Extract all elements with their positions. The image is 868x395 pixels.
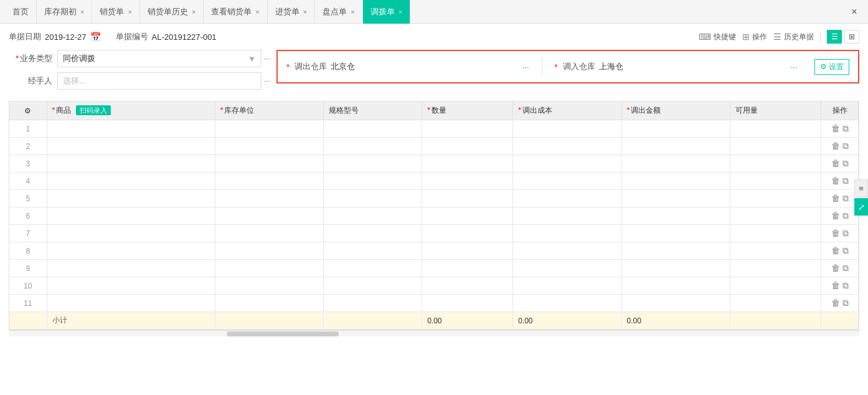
delete-row-button[interactable]: 🗑 xyxy=(831,245,840,256)
person-input[interactable]: 选择... xyxy=(57,72,262,90)
delete-row-button[interactable]: 🗑 xyxy=(831,280,840,291)
form-area: *业务类型 同价调拨 ▼ ··· 经手人 选择... ··· * 调出仓库 xyxy=(9,50,859,95)
row-num: 1 xyxy=(9,120,47,138)
table-header-row: ⚙ *商品 扫码录入 *库存单位 规格型号 *数量 *调出成本 xyxy=(9,102,859,120)
history-icon: ☰ xyxy=(773,32,781,42)
tab-sales-order[interactable]: 销货单 × xyxy=(92,0,139,24)
person-more[interactable]: ··· xyxy=(264,77,270,85)
copy-row-button[interactable]: ⧉ xyxy=(842,298,849,308)
history-button[interactable]: ☰ 历史单据 xyxy=(773,32,814,42)
product-table-container: ⚙ *商品 扫码录入 *库存单位 规格型号 *数量 *调出成本 xyxy=(9,101,859,330)
close-all-button[interactable]: × xyxy=(846,3,863,21)
delete-row-button[interactable]: 🗑 xyxy=(831,263,840,274)
row-op-buttons: 🗑 ⧉ xyxy=(826,123,853,134)
target-warehouse-more[interactable]: ··· xyxy=(790,62,797,72)
delete-row-button[interactable]: 🗑 xyxy=(831,123,840,134)
settings-button[interactable]: ⚙ 设置 xyxy=(814,59,849,75)
tab-inventory-init[interactable]: 库存期初 × xyxy=(37,0,92,24)
table-row: 10 🗑⧉ xyxy=(9,277,859,295)
copy-row-button[interactable]: ⧉ xyxy=(842,263,849,274)
tab-sales-history[interactable]: 销货单历史 × xyxy=(140,0,204,24)
delete-row-button[interactable]: 🗑 xyxy=(831,298,840,308)
operations-icon: ⊞ xyxy=(742,32,750,42)
delete-row-button[interactable]: 🗑 xyxy=(831,211,840,221)
copy-row-button[interactable]: ⧉ xyxy=(842,211,849,221)
grid-list-button[interactable]: ☰ xyxy=(827,30,842,44)
number-label: 单据编号 xyxy=(116,31,148,42)
table-row: 4 🗑⧉ xyxy=(9,173,859,190)
tab-sales-order-close[interactable]: × xyxy=(128,8,131,16)
cell-available[interactable] xyxy=(730,120,821,138)
business-type-select[interactable]: 同价调拨 ▼ xyxy=(57,50,262,67)
copy-row-button[interactable]: ⧉ xyxy=(842,280,849,291)
copy-row-button[interactable]: ⧉ xyxy=(842,245,849,256)
cell-amount[interactable] xyxy=(621,120,730,138)
horizontal-scrollbar[interactable] xyxy=(9,330,859,336)
tab-inventory-check-close[interactable]: × xyxy=(351,8,354,16)
cell-quantity[interactable] xyxy=(422,120,513,138)
cell-spec[interactable] xyxy=(324,120,422,138)
cell-unit[interactable] xyxy=(215,120,323,138)
scan-barcode-button[interactable]: 扫码录入 xyxy=(76,105,111,115)
table-settings-icon[interactable]: ⚙ xyxy=(24,107,31,115)
warehouse-box: * 调出仓库 北京仓 ··· * 调入仓库 上海仓 ··· ⚙ 设置 xyxy=(276,50,859,83)
tab-bar: 首页 库存期初 × 销货单 × 销货单历史 × 查看销货单 × 进货单 × 盘点… xyxy=(0,0,868,24)
tab-sales-history-close[interactable]: × xyxy=(192,8,196,16)
copy-row-button[interactable]: ⧉ xyxy=(842,158,849,169)
table-body: 1 🗑 ⧉ 2 xyxy=(9,120,859,330)
th-operation: 操作 xyxy=(821,102,859,120)
tab-inventory-init-close[interactable]: × xyxy=(80,8,84,16)
tab-purchase-close[interactable]: × xyxy=(303,8,307,16)
copy-row-button[interactable]: ⧉ xyxy=(842,228,849,239)
source-required-star: * xyxy=(286,62,290,72)
tab-sales-order-label: 销货单 xyxy=(100,6,124,17)
settings-label: 设置 xyxy=(829,62,844,72)
delete-row-button[interactable]: 🗑 xyxy=(831,228,840,239)
tab-inventory-check[interactable]: 盘点单 × xyxy=(315,0,362,24)
subtotal-amount: 0.00 xyxy=(621,312,730,330)
shortcuts-button[interactable]: ⌨ 快捷键 xyxy=(699,32,736,42)
th-cost: *调出成本 xyxy=(513,102,621,120)
copy-row-button[interactable]: ⧉ xyxy=(842,176,849,186)
delete-row-button[interactable]: 🗑 xyxy=(831,141,840,151)
target-warehouse-label: 调入仓库 xyxy=(563,61,595,72)
tab-view-sales[interactable]: 查看销货单 × xyxy=(204,0,267,24)
tab-transfer[interactable]: 调拨单 × xyxy=(363,0,410,24)
subtotal-cost: 0.00 xyxy=(513,312,621,330)
copy-row-button[interactable]: ⧉ xyxy=(842,123,849,134)
grid-tile-button[interactable]: ⊞ xyxy=(844,30,859,44)
tab-view-sales-close[interactable]: × xyxy=(255,8,259,16)
tab-purchase[interactable]: 进货单 × xyxy=(268,0,315,24)
table-row: 1 🗑 ⧉ xyxy=(9,120,859,138)
th-available: 可用量 xyxy=(730,102,821,120)
header-row: 单据日期 2019-12-27 📅 单据编号 AL-20191227-001 ⌨… xyxy=(9,30,859,44)
th-settings: ⚙ xyxy=(9,102,47,120)
th-unit: *库存单位 xyxy=(215,102,323,120)
operations-button[interactable]: ⊞ 操作 xyxy=(742,32,767,42)
delete-row-button[interactable]: 🗑 xyxy=(831,193,840,204)
delete-row-button[interactable]: 🗑 xyxy=(831,176,840,186)
delete-row-button[interactable]: 🗑 xyxy=(831,158,840,169)
cell-operation: 🗑 ⧉ xyxy=(821,120,859,138)
tab-home[interactable]: 首页 xyxy=(5,0,37,24)
cell-product[interactable] xyxy=(47,120,215,138)
history-label: 历史单据 xyxy=(784,32,814,42)
copy-row-button[interactable]: ⧉ xyxy=(842,141,849,151)
warehouse-divider xyxy=(542,57,542,76)
business-type-more[interactable]: ··· xyxy=(264,54,270,63)
source-warehouse-field: * 调出仓库 北京仓 ··· xyxy=(286,61,529,72)
subtotal-row: 小计 0.00 0.00 0.00 xyxy=(9,312,859,330)
copy-row-button[interactable]: ⧉ xyxy=(842,193,849,204)
calendar-icon[interactable]: 📅 xyxy=(90,32,101,42)
source-warehouse-more[interactable]: ··· xyxy=(522,62,529,72)
product-table: ⚙ *商品 扫码录入 *库存单位 规格型号 *数量 *调出成本 xyxy=(9,102,859,330)
side-list-button[interactable]: ≡ xyxy=(854,179,868,197)
business-type-row: *业务类型 同价调拨 ▼ ··· xyxy=(9,50,270,67)
cell-cost[interactable] xyxy=(513,120,621,138)
main-content: 单据日期 2019-12-27 📅 单据编号 AL-20191227-001 ⌨… xyxy=(0,24,868,343)
side-expand-button[interactable]: ⤢ xyxy=(854,198,868,216)
toolbar-divider xyxy=(820,32,821,42)
tab-transfer-close[interactable]: × xyxy=(399,8,402,16)
date-value: 2019-12-27 xyxy=(45,32,87,42)
target-required-star: * xyxy=(555,62,558,72)
